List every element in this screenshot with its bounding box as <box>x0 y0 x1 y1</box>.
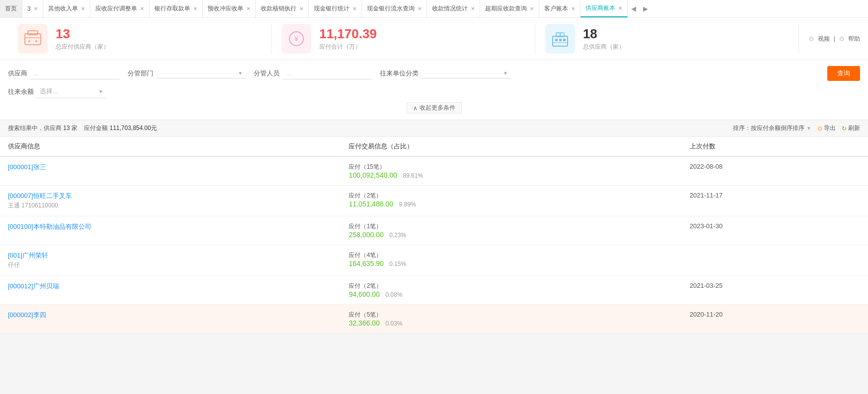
nav-tab6[interactable]: 收款核销执行 ✕ <box>256 0 309 17</box>
table-col-payable: 应付交易信息（占比） <box>349 142 689 151</box>
nav-tab2[interactable]: 其他收入单 ✕ <box>43 0 90 17</box>
summary-card3-number: 18 <box>583 26 789 42</box>
collapse-button-label: 收起更多条件 <box>420 104 455 112</box>
nav-tab3-close[interactable]: ✕ <box>140 6 144 11</box>
nav-tab1-label: 3 <box>27 5 31 12</box>
balance-dropdown-arrow: ▼ <box>98 89 103 94</box>
last-date: 2022-08-08 <box>690 163 860 170</box>
supplier-link[interactable]: [000012]广州贝瑞 <box>8 282 59 290</box>
dept-select[interactable]: ▼ <box>156 68 246 78</box>
nav-next-arrow[interactable]: ▶ <box>640 5 651 12</box>
balance-select-value: 选择... <box>40 87 96 96</box>
nav-tab10-close[interactable]: ✕ <box>530 6 534 11</box>
nav-tab10[interactable]: 超期应收款查询 ✕ <box>480 0 539 17</box>
supplier-info-cell: [000007]恒旺二手叉车 王通 17106110000 <box>8 192 349 210</box>
nav-prev-arrow[interactable]: ◀ <box>628 5 640 12</box>
svg-rect-12 <box>563 39 566 41</box>
person-input[interactable] <box>283 67 372 79</box>
nav-tab8[interactable]: 现金银行流水查询 ✕ <box>362 0 427 17</box>
query-button[interactable]: 查询 <box>827 66 860 81</box>
supplier-link[interactable]: [000007]恒旺二手叉车 <box>8 192 72 199</box>
filter-item-category: 往来单位分类 ▼ <box>380 68 511 78</box>
summary-card1-label: 总应付供应商（家） <box>56 43 261 51</box>
nav-tab6-label: 收款核销执行 <box>261 4 296 13</box>
result-prefix: 搜索结果中，供应商 <box>8 125 62 131</box>
table-row: [000002]李四 应付（5笔） 32,366.00 0.03% 2020-1… <box>0 305 868 333</box>
nav-tab4[interactable]: 银行存取款单 ✕ <box>149 0 203 17</box>
filter-row-1: 供应商 分管部门 ▼ 分管人员 往来单位分类 ▼ 查询 <box>8 66 860 81</box>
refresh-button[interactable]: ↻ 刷新 <box>842 124 860 132</box>
separator: | <box>834 35 835 42</box>
filter-item-dept: 分管部门 ▼ <box>128 68 246 78</box>
refresh-label: 刷新 <box>848 124 860 132</box>
balance-select[interactable]: 选择... ▼ <box>37 85 106 98</box>
filter-item-person: 分管人员 <box>254 67 372 79</box>
nav-tab6-close[interactable]: ✕ <box>299 6 303 11</box>
supplier-input[interactable] <box>30 67 120 79</box>
nav-tab7-label: 现金银行统计 <box>314 4 350 13</box>
nav-tab5-close[interactable]: ✕ <box>246 6 250 11</box>
nav-tab11-close[interactable]: ✕ <box>571 6 575 11</box>
result-summary: 搜索结果中，供应商 13 家 应付金额 111,703,854.00元 <box>8 124 157 132</box>
nav-tab4-close[interactable]: ✕ <box>193 6 197 11</box>
table-body: [000001]张三 应付（15笔） 100,092,540.00 89.61%… <box>0 157 868 333</box>
payable-label: 应付（15笔） <box>349 163 689 171</box>
nav-tab7-close[interactable]: ✕ <box>353 6 357 11</box>
nav-tab12[interactable]: 供应商账本 ✕ <box>580 0 628 17</box>
payable-label: 应付（1笔） <box>349 222 689 231</box>
nav-tab2-close[interactable]: ✕ <box>81 6 85 11</box>
nav-tab1-close[interactable]: ✕ <box>34 6 38 11</box>
result-actions: 排序：按应付余额倒序排序 ▼ ⊙ 导出 ↻ 刷新 <box>733 124 860 132</box>
nav-tab11-label: 客户账本 <box>544 4 568 13</box>
last-date: 2023-01-30 <box>690 222 860 230</box>
payable-info-cell: 应付（15笔） 100,092,540.00 89.61% <box>349 163 689 179</box>
nav-home[interactable]: 首页 <box>0 0 22 17</box>
help-link[interactable]: 帮助 <box>848 35 860 43</box>
supplier-link[interactable]: [000100]本特勒油品有限公司 <box>8 223 91 230</box>
supplier-link[interactable]: [000002]李四 <box>8 311 46 319</box>
nav-tab12-close[interactable]: ✕ <box>618 5 622 11</box>
summary-card2-info: 11,170.39 应付合计（万） <box>319 26 525 51</box>
table-col-lastdate: 上次付数 <box>690 142 860 151</box>
export-label: 导出 <box>824 124 836 132</box>
nav-tab1[interactable]: 3 ✕ <box>22 0 43 17</box>
nav-tab8-close[interactable]: ✕ <box>418 6 422 11</box>
supplier-link[interactable]: [001]广州荣轩 <box>8 252 48 259</box>
collapse-button[interactable]: ∧ 收起更多条件 <box>407 102 462 114</box>
sort-select[interactable]: 排序：按应付余额倒序排序 ▼ <box>733 124 811 132</box>
nav-tab7[interactable]: 现金银行统计 ✕ <box>309 0 362 17</box>
nav-tab11[interactable]: 客户账本 ✕ <box>539 0 580 17</box>
summary-card-payable: ¥ 11,170.39 应付合计（万） <box>272 24 535 54</box>
sort-dropdown-arrow: ▼ <box>806 126 811 131</box>
nav-tab3[interactable]: 应收应付调整单 ✕ <box>90 0 149 17</box>
supplier-icon <box>18 24 48 54</box>
supplier-info-cell: [000100]本特勒油品有限公司 <box>8 222 349 231</box>
table-row: [000012]广州贝瑞 应付（2笔） 94,600.00 0.08% 2021… <box>0 276 868 305</box>
summary-card-total: 18 总供应商（家） <box>535 24 799 54</box>
filter-item-balance: 往来余额 选择... ▼ <box>8 85 106 98</box>
collapse-chevron-icon: ∧ <box>413 105 418 112</box>
payable-amount: 11,051,486.00 <box>349 200 393 208</box>
summary-card2-label: 应付合计（万） <box>319 43 525 51</box>
nav-tab4-label: 银行存取款单 <box>154 4 190 13</box>
nav-tab9-close[interactable]: ✕ <box>471 6 475 11</box>
nav-tab3-label: 应收应付调整单 <box>95 4 137 13</box>
dept-filter-label: 分管部门 <box>128 69 153 78</box>
payable-label: 应付（5笔） <box>349 311 689 319</box>
nav-tab5[interactable]: 预收冲应收单 ✕ <box>203 0 256 17</box>
payable-info-cell: 应付（2笔） 11,051,486.00 9.89% <box>349 192 689 208</box>
category-select[interactable]: ▼ <box>422 68 511 78</box>
last-date: 2021-03-25 <box>690 282 860 289</box>
payable-label: 应付（2笔） <box>349 282 689 290</box>
result-supplier-count: 13 <box>63 125 70 131</box>
nav-home-label: 首页 <box>5 4 17 13</box>
nav-tab8-label: 现金银行流水查询 <box>367 4 415 13</box>
filter-item-supplier: 供应商 <box>8 67 120 79</box>
top-right-links: ⊙ 视频 | ⊙ 帮助 <box>799 35 860 43</box>
supplier-info-cell: [001]广州荣轩 仔仔 <box>8 251 349 269</box>
video-link[interactable]: 视频 <box>818 35 830 43</box>
nav-tab9[interactable]: 收款情况统计 ✕ <box>427 0 480 17</box>
supplier-link[interactable]: [000001]张三 <box>8 163 46 171</box>
payable-percent: 0.03% <box>385 320 402 327</box>
export-button[interactable]: ⊙ 导出 <box>817 124 836 132</box>
